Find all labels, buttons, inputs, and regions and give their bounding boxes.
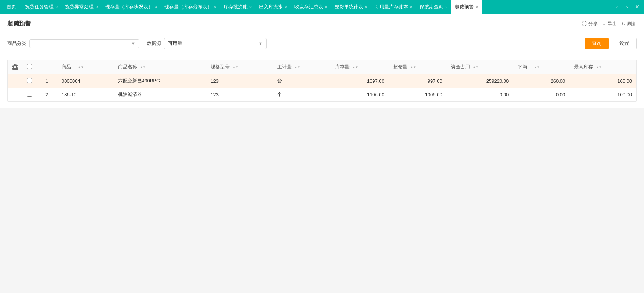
nav-close-all-button[interactable]: ✕ — [632, 0, 643, 14]
sort-icon-overstock: ▲▼ — [410, 66, 416, 69]
datasource-select[interactable]: 可用量 ▼ — [164, 38, 267, 49]
export-button[interactable]: ⤓ 导出 — [602, 21, 617, 27]
td-name-0: 六配套新昌490BPG — [114, 74, 206, 88]
td-spec-1: 123 — [206, 88, 273, 101]
filter-datasource: 数据源 可用量 ▼ — [147, 38, 267, 49]
td-unit-1: 个 — [273, 88, 331, 101]
td-max-0: 100.00 — [570, 74, 636, 88]
close-tab-7[interactable]: × — [365, 5, 367, 9]
datasource-label: 数据源 — [147, 40, 161, 47]
close-tab-1[interactable]: × — [95, 5, 98, 9]
close-tab-5[interactable]: × — [285, 5, 287, 9]
td-max-1: 100.00 — [570, 88, 636, 101]
share-button[interactable]: ⛶ 分享 — [582, 21, 598, 27]
th-capital[interactable]: 资金占用 ▲▼ — [447, 60, 513, 74]
header-actions: ⛶ 分享 ⤓ 导出 ↻ 刷新 — [582, 21, 637, 27]
th-gear[interactable] — [8, 60, 22, 74]
th-index — [36, 60, 57, 74]
table-row: 1 0000004 六配套新昌490BPG 123 套 1097.00 997.… — [8, 74, 636, 88]
nav-prev-button[interactable]: ‹ — [612, 0, 622, 14]
close-tab-2[interactable]: × — [155, 5, 157, 9]
td-avg-0: 260.00 — [513, 74, 570, 88]
td-gear-0 — [8, 74, 22, 88]
td-code-0: 0000004 — [57, 74, 114, 88]
td-overstock-0: 997.00 — [389, 74, 447, 88]
th-overstock[interactable]: 超储量 ▲▼ — [389, 60, 447, 74]
td-checkbox-0[interactable] — [22, 74, 36, 88]
category-select[interactable]: ▼ — [29, 39, 139, 48]
nav-tab-0[interactable]: 拣货任务管理 × — [21, 0, 61, 14]
th-checkbox[interactable] — [22, 60, 36, 74]
nav-tab-4[interactable]: 库存批次账 × — [220, 0, 255, 14]
sort-icon-max: ▲▼ — [596, 66, 602, 69]
td-stock-1: 1106.00 — [331, 88, 389, 101]
sort-icon-stock: ▲▼ — [352, 66, 358, 69]
th-code[interactable]: 商品... ▲▼ — [57, 60, 114, 74]
close-tab-3[interactable]: × — [214, 5, 216, 9]
close-tab-10[interactable]: × — [476, 5, 478, 9]
refresh-button[interactable]: ↻ 刷新 — [622, 21, 637, 27]
data-table: 商品... ▲▼ 商品名称 ▲▼ 规格型号 ▲▼ 主计量 ▲▼ — [8, 60, 636, 101]
nav-tab-7[interactable]: 要货单统计表 × — [331, 0, 371, 14]
nav-tab-10[interactable]: 超储预警 × — [451, 0, 482, 14]
select-all-checkbox[interactable] — [27, 64, 32, 69]
nav-next-button[interactable]: › — [622, 0, 632, 14]
nav-tab-1[interactable]: 拣货异常处理 × — [61, 0, 101, 14]
settings-button[interactable]: 设置 — [612, 38, 637, 49]
nav-tab-8[interactable]: 可用量库存账本 × — [371, 0, 416, 14]
td-checkbox-1[interactable] — [22, 88, 36, 101]
page-header: 超储预警 ⛶ 分享 ⤓ 导出 ↻ 刷新 — [7, 20, 637, 27]
export-icon: ⤓ — [602, 21, 606, 26]
close-tab-0[interactable]: × — [55, 5, 58, 9]
row-checkbox-1[interactable] — [27, 92, 32, 97]
category-label: 商品分类 — [7, 40, 26, 47]
share-icon: ⛶ — [582, 21, 587, 26]
td-code-1: 186-10... — [57, 88, 114, 101]
th-max[interactable]: 最高库存 ▲▼ — [570, 60, 636, 74]
nav-tab-2[interactable]: 现存量（库存状况表） × — [102, 0, 161, 14]
page-container: 超储预警 ⛶ 分享 ⤓ 导出 ↻ 刷新 商品分类 ▼ 数据源 — [0, 14, 644, 108]
td-capital-0: 259220.00 — [447, 74, 513, 88]
nav-arrows: ‹ › ✕ — [612, 0, 643, 14]
action-buttons: 查询 设置 — [585, 38, 637, 49]
td-capital-1: 0.00 — [447, 88, 513, 101]
table-wrapper: 商品... ▲▼ 商品名称 ▲▼ 规格型号 ▲▼ 主计量 ▲▼ — [7, 60, 637, 102]
filter-area: 商品分类 ▼ 数据源 可用量 ▼ 查询 设置 — [7, 33, 637, 54]
filter-category: 商品分类 ▼ — [7, 39, 139, 48]
td-overstock-1: 1006.00 — [389, 88, 447, 101]
row-checkbox-0[interactable] — [27, 78, 32, 83]
th-spec[interactable]: 规格型号 ▲▼ — [206, 60, 273, 74]
sort-icon-spec: ▲▼ — [233, 66, 238, 69]
td-spec-0: 123 — [206, 74, 273, 88]
sort-icon-avg: ▲▼ — [534, 66, 540, 69]
sort-icon-capital: ▲▼ — [473, 66, 479, 69]
nav-tab-3[interactable]: 现存量（库存分布表） × — [161, 0, 220, 14]
th-name[interactable]: 商品名称 ▲▼ — [114, 60, 206, 74]
page-title: 超储预警 — [7, 20, 31, 27]
td-index-1: 2 — [36, 88, 57, 101]
query-button[interactable]: 查询 — [585, 38, 609, 49]
nav-home[interactable]: 首页 — [1, 4, 21, 10]
nav-tab-5[interactable]: 出入库流水 × — [255, 0, 290, 14]
sort-icon-unit: ▲▼ — [294, 66, 300, 69]
close-tab-6[interactable]: × — [325, 5, 327, 9]
close-tab-8[interactable]: × — [410, 5, 412, 9]
th-unit[interactable]: 主计量 ▲▼ — [273, 60, 331, 74]
th-avg[interactable]: 平均... ▲▼ — [513, 60, 570, 74]
td-stock-0: 1097.00 — [331, 74, 389, 88]
category-dropdown-icon: ▼ — [131, 41, 135, 46]
close-tab-9[interactable]: × — [445, 5, 447, 9]
sort-icon-code: ▲▼ — [78, 66, 84, 69]
table-header-row: 商品... ▲▼ 商品名称 ▲▼ 规格型号 ▲▼ 主计量 ▲▼ — [8, 60, 636, 74]
table-row: 2 186-10... 机油滤清器 123 个 1106.00 1006.00 … — [8, 88, 636, 101]
datasource-select-value: 可用量 — [168, 40, 182, 47]
td-gear-1 — [8, 88, 22, 101]
sort-icon-name: ▲▼ — [140, 66, 146, 69]
close-tab-4[interactable]: × — [249, 5, 252, 9]
td-index-0: 1 — [36, 74, 57, 88]
nav-tab-9[interactable]: 保质期查询 × — [416, 0, 451, 14]
th-stock[interactable]: 库存量 ▲▼ — [331, 60, 389, 74]
refresh-icon: ↻ — [622, 21, 626, 26]
nav-tab-6[interactable]: 收发存汇总表 × — [291, 0, 331, 14]
td-avg-1: 0.00 — [513, 88, 570, 101]
